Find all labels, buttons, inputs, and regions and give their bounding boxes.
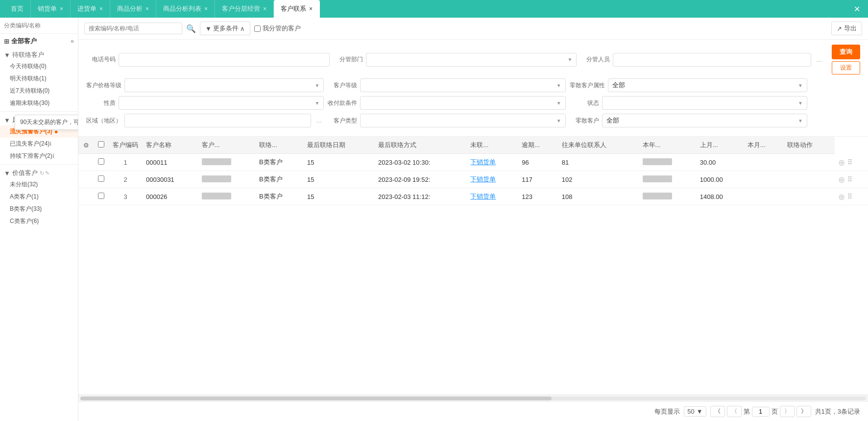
more-actions-icon[interactable]: ⠿ [847, 175, 852, 183]
row-this-year: 30.00 [696, 154, 744, 171]
col-settings[interactable]: ⚙ [78, 137, 94, 154]
filter-icon: ▼ [205, 25, 212, 32]
tab-product-analysis-close[interactable]: × [145, 5, 149, 12]
action-buttons-container: 查询 设置 [832, 45, 860, 74]
more-actions-icon[interactable]: ⠿ [847, 158, 852, 166]
tab-purchase-order-close[interactable]: × [99, 5, 103, 12]
col-last-date[interactable]: 最后联络日期 [303, 137, 374, 154]
col-this-month[interactable]: 本月... [744, 137, 783, 154]
row-name-blurred [202, 175, 231, 182]
close-window-button[interactable]: ✕ [850, 4, 864, 14]
contact-icon[interactable]: ◎ [839, 175, 844, 183]
customer-type-select[interactable]: ▼ [360, 114, 565, 127]
sidebar-item-overdue-contact[interactable]: 逾期未联络(30) [0, 97, 78, 109]
sidebar-item-b-class[interactable]: B类客户(33) [0, 203, 78, 215]
dept-select[interactable]: ▼ [366, 53, 577, 67]
sidebar-search-input[interactable] [4, 22, 77, 29]
select-all-checkbox[interactable] [98, 141, 104, 148]
more-conditions-button[interactable]: ▼ 更多条件 ∧ [200, 22, 250, 35]
row-last-method-link[interactable]: 下销货单 [470, 158, 496, 166]
retail-attr-select[interactable]: 全部 ▼ [608, 78, 807, 92]
contact-icon[interactable]: ◎ [839, 193, 844, 200]
row-overdue: 81 [558, 154, 639, 171]
my-customers-checkbox[interactable] [254, 25, 261, 32]
next-page-button[interactable]: 〉 [780, 406, 795, 417]
filter-field-region: 区域（地区） … [86, 114, 324, 127]
col-code[interactable]: 客户编码 [109, 137, 142, 154]
retail-attr-label: 零散客户属性 [570, 81, 605, 90]
sidebar-item-c-class[interactable]: C类客户(6) [0, 215, 78, 227]
sidebar-item-7day-contact[interactable]: 近7天待联络(0) [0, 85, 78, 97]
col-overdue[interactable]: 逾期... [518, 137, 557, 154]
my-customers-checkbox-container[interactable]: 我分管的客户 [254, 24, 301, 33]
filter-search-input[interactable] [84, 23, 182, 34]
tab-product-analysis-list-close[interactable]: × [204, 5, 208, 12]
sidebar-item-tomorrow-contact[interactable]: 明天待联络(1) [0, 73, 78, 85]
sidebar-group-pending-contact[interactable]: ▼ 待联络客户 [0, 49, 78, 60]
region-more-btn[interactable]: … [314, 117, 324, 124]
sidebar-all-customers[interactable]: ⊞ 全部客户 « [0, 34, 78, 49]
more-actions-icon[interactable]: ⠿ [847, 193, 852, 200]
customer-type-arrow: ▼ [556, 118, 561, 124]
sidebar-item-churned[interactable]: 已流失客户(24) ℹ [0, 138, 78, 150]
sidebar-collapse-icon[interactable]: « [71, 38, 74, 45]
contact-icon[interactable]: ◎ [839, 158, 844, 166]
last-page-button[interactable]: 》 [796, 406, 811, 417]
price-grade-select[interactable]: ▼ [124, 78, 324, 92]
sidebar-item-a-class[interactable]: A类客户(1) [0, 191, 78, 203]
col-no-contact[interactable]: 未联... [466, 137, 518, 154]
filter-search-icon[interactable]: 🔍 [186, 24, 196, 33]
sidebar-item-declining[interactable]: 持续下滑客户(2) ℹ [0, 150, 78, 162]
row-checkbox[interactable] [98, 158, 104, 165]
settings-button[interactable]: 设置 [832, 61, 860, 74]
tab-purchase-order[interactable]: 进货单 × [71, 0, 110, 18]
tab-product-analysis[interactable]: 商品分析 × [110, 0, 156, 18]
row-last-method-link[interactable]: 下销货单 [470, 193, 496, 200]
nature-select[interactable]: ▼ [119, 96, 324, 110]
tab-sales-order[interactable]: 销货单 × [31, 0, 71, 18]
page-size-select[interactable]: 50 ▼ [684, 406, 706, 417]
manager-more-btn[interactable]: … [814, 56, 824, 63]
col-last-method[interactable]: 最后联络方式 [374, 137, 466, 154]
tab-home[interactable]: 首页 [4, 0, 31, 18]
sidebar-item-today-contact[interactable]: 今天待联络(0) [0, 60, 78, 73]
customer-grade-select[interactable]: ▼ [360, 78, 565, 92]
col-company-contact[interactable]: 往来单位联系人 [558, 137, 639, 154]
tab-sales-order-close[interactable]: × [60, 5, 63, 12]
tab-customer-stratification[interactable]: 客户分层经营 × [215, 0, 274, 18]
row-name [198, 154, 255, 171]
retail-customer-select[interactable]: 全部 ▼ [602, 114, 807, 127]
col-name[interactable]: 客户名称 [142, 137, 198, 154]
tab-product-analysis-list[interactable]: 商品分析列表 × [156, 0, 215, 18]
value-refresh-icon[interactable]: ↻ [40, 170, 44, 176]
export-button[interactable]: ↗ 导出 [831, 22, 862, 35]
tab-customer-stratification-close[interactable]: × [263, 5, 266, 12]
first-page-button[interactable]: 《 [710, 406, 725, 417]
col-this-year[interactable]: 本年... [639, 137, 696, 154]
col-code-label: 客户编码 [113, 141, 138, 149]
row-last-method-link[interactable]: 下销货单 [470, 175, 496, 183]
sidebar-item-unclassified[interactable]: 未分组(32) [0, 178, 78, 191]
col-last-month[interactable]: 上月... [696, 137, 744, 154]
row-action: ◎ ⠿ [835, 188, 868, 205]
payment-select[interactable]: ▼ [360, 96, 565, 110]
status-select[interactable]: ▼ [602, 96, 807, 110]
export-label: 导出 [844, 24, 857, 33]
tab-customer-contact[interactable]: 客户联系 × [274, 0, 320, 18]
region-input[interactable] [124, 114, 311, 127]
price-grade-arrow: ▼ [314, 83, 319, 88]
horizontal-scrollbar[interactable] [78, 395, 868, 401]
row-settings [78, 188, 94, 205]
row-checkbox[interactable] [98, 193, 104, 199]
sidebar-group-value-customers[interactable]: ▼ 价值客户 ↻ ✎ [0, 167, 78, 178]
scroll-thumb[interactable] [80, 396, 552, 400]
prev-page-button[interactable]: 〈 [727, 406, 742, 417]
page-number-input[interactable] [752, 407, 770, 417]
query-button[interactable]: 查询 [832, 45, 860, 59]
manager-input[interactable] [613, 53, 811, 67]
phone-input[interactable] [119, 53, 330, 67]
row-checkbox[interactable] [98, 175, 104, 182]
tab-customer-contact-close[interactable]: × [309, 5, 313, 12]
value-edit-icon[interactable]: ✎ [45, 170, 49, 176]
row-no-contact: 117 [518, 171, 557, 188]
